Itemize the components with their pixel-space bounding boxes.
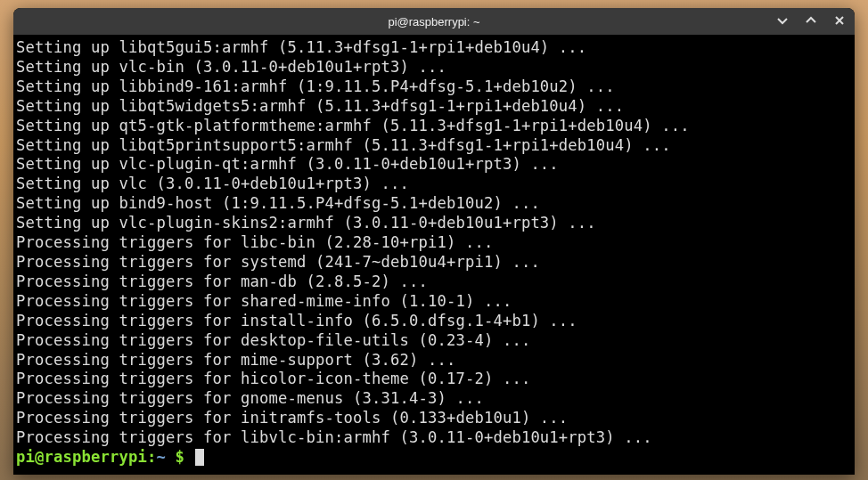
close-icon[interactable] — [831, 14, 848, 28]
terminal-line: Processing triggers for mime-support (3.… — [16, 351, 852, 370]
prompt-symbol: $ — [175, 448, 193, 468]
terminal-line: Setting up libbind9-161:armhf (1:9.11.5.… — [16, 77, 852, 97]
prompt-path: ~ — [156, 448, 175, 468]
terminal-line: Processing triggers for hicolor-icon-the… — [16, 370, 852, 389]
terminal-line: Processing triggers for install-info (6.… — [16, 312, 852, 331]
terminal-line: Processing triggers for initramfs-tools … — [16, 409, 852, 428]
terminal-line: Setting up qt5-gtk-platformtheme:armhf (… — [16, 117, 852, 136]
terminal-line: Processing triggers for desktop-file-uti… — [16, 331, 852, 351]
terminal-line: Processing triggers for gnome-menus (3.3… — [16, 389, 852, 409]
minimize-icon[interactable] — [774, 14, 790, 28]
terminal-line: Setting up libqt5widgets5:armhf (5.11.3+… — [16, 97, 852, 117]
terminal-line: Processing triggers for man-db (2.8.5-2)… — [16, 273, 852, 292]
terminal-line: Setting up vlc-plugin-qt:armhf (3.0.11-0… — [16, 155, 852, 175]
window-controls — [774, 8, 848, 35]
cursor — [195, 449, 204, 466]
terminal-output: Setting up libqt5gui5:armhf (5.11.3+dfsg… — [16, 38, 852, 448]
terminal-line: Processing triggers for systemd (241-7~d… — [16, 253, 852, 273]
terminal-line: Processing triggers for libvlc-bin:armhf… — [16, 428, 852, 448]
window-title: pi@raspberrypi: ~ — [388, 15, 479, 28]
terminal-body[interactable]: Setting up libqt5gui5:armhf (5.11.3+dfsg… — [13, 35, 855, 475]
prompt-line: pi@raspberrypi:~ $ — [16, 448, 852, 468]
maximize-icon[interactable] — [803, 14, 819, 28]
terminal-line: Setting up vlc-bin (3.0.11-0+deb10u1+rpt… — [16, 58, 852, 77]
terminal-line: Setting up bind9-host (1:9.11.5.P4+dfsg-… — [16, 194, 852, 214]
terminal-line: Setting up libqt5printsupport5:armhf (5.… — [16, 136, 852, 156]
terminal-line: Setting up libqt5gui5:armhf (5.11.3+dfsg… — [16, 38, 852, 58]
terminal-line: Processing triggers for libc-bin (2.28-1… — [16, 233, 852, 253]
terminal-line: Setting up vlc-plugin-skins2:armhf (3.0.… — [16, 214, 852, 233]
terminal-line: Processing triggers for shared-mime-info… — [16, 292, 852, 312]
terminal-line: Setting up vlc (3.0.11-0+deb10u1+rpt3) .… — [16, 175, 852, 194]
titlebar[interactable]: pi@raspberrypi: ~ — [13, 8, 855, 35]
terminal-window: pi@raspberrypi: ~ Setting up libqt5gui5:… — [13, 8, 855, 475]
prompt-separator: : — [147, 448, 157, 468]
prompt-user-host: pi@raspberrypi — [16, 448, 147, 468]
